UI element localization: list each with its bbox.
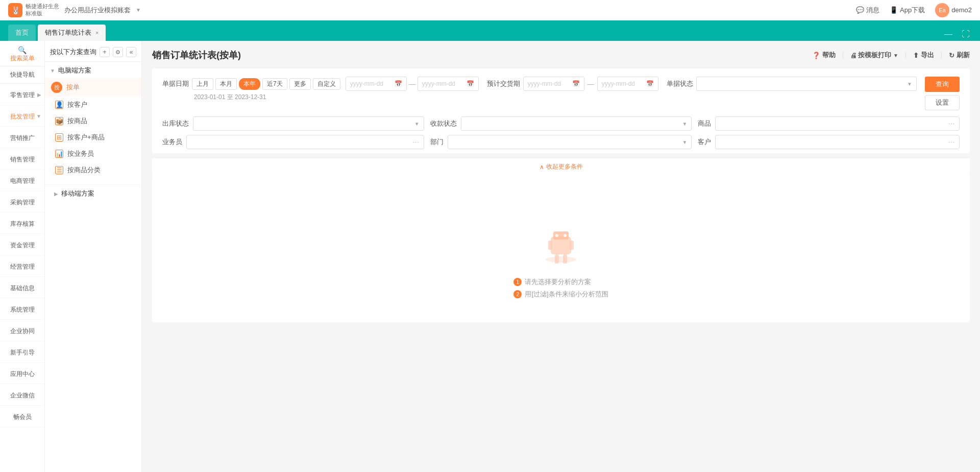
scheme-group-pc: ▼ 电脑端方案 按 按单 👤 按客户 📦 按商品: [45, 62, 141, 181]
pc-group-label: 电脑端方案: [58, 66, 91, 75]
payment-arrow-icon: ▼: [682, 121, 687, 127]
logo-area: 🐰 畅捷通好生意 标准版: [8, 3, 59, 17]
sidebar-item-marketing[interactable]: 营销推广: [0, 127, 44, 148]
svg-rect-6: [570, 241, 574, 250]
collapse-panel-button[interactable]: «: [126, 47, 136, 57]
sidebar-item-apps[interactable]: 应用中心: [0, 363, 44, 384]
date-separator: —: [409, 80, 415, 88]
pc-group-arrow-icon: ▼: [50, 68, 55, 74]
scheme-item-by-product-category[interactable]: ☰ 按商品分类: [45, 162, 141, 178]
sidebar-item-newbie[interactable]: 新手引导: [0, 341, 44, 363]
date-start-input[interactable]: yyyy-mm-dd 📅: [346, 77, 407, 91]
message-icon: 💬: [856, 6, 864, 14]
sidebar-item-wechat[interactable]: 企业微信: [0, 384, 44, 406]
app-title: 办公用品行业模拟账套: [64, 6, 131, 15]
filter-row-3: 业务员 ··· 部门 ▼ 客户: [162, 135, 960, 149]
tab-minimize-icon[interactable]: —: [942, 28, 954, 41]
by-product-icon: 📦: [55, 117, 63, 125]
by-customer-label: 按客户: [67, 100, 87, 109]
sidebar-item-basic[interactable]: 基础信息: [0, 277, 44, 298]
print-dropdown-icon: ▼: [893, 53, 898, 58]
scheme-item-by-product[interactable]: 📦 按商品: [45, 113, 141, 129]
collapse-up-icon: ∧: [540, 163, 544, 171]
salesperson-input[interactable]: ···: [186, 135, 424, 149]
date-label: 单据日期: [162, 79, 189, 88]
app-title-dropdown-icon[interactable]: ▼: [136, 7, 141, 13]
reset-button[interactable]: 设置: [925, 95, 960, 110]
retail-arrow-icon: ▶: [37, 91, 41, 97]
scheme-item-by-order[interactable]: 按 按单: [45, 78, 141, 97]
sidebar-item-ecommerce[interactable]: 电商管理: [0, 170, 44, 191]
svg-rect-8: [563, 254, 567, 264]
department-select[interactable]: ▼: [448, 135, 692, 149]
delivery-arrow-icon: ▼: [414, 121, 420, 127]
help-button[interactable]: ❓ 帮助: [812, 51, 836, 60]
sidebar-item-operation[interactable]: 经营管理: [0, 255, 44, 277]
scheme-item-by-customer[interactable]: 👤 按客户: [45, 97, 141, 113]
by-cp-icon: ⊞: [55, 133, 63, 141]
tab-sales-label: 销售订单统计表: [45, 28, 91, 37]
scheme-item-by-salesperson[interactable]: 📊 按业务员: [45, 146, 141, 162]
add-scheme-button[interactable]: +: [100, 47, 110, 57]
delivery-status-select[interactable]: ▼: [193, 116, 424, 131]
sidebar-item-retail[interactable]: 零售管理 ▶: [0, 84, 44, 105]
date-this-month-btn[interactable]: 本月: [215, 78, 237, 90]
edit-scheme-button[interactable]: ⚙: [113, 47, 123, 57]
date-this-year-btn[interactable]: 本年: [239, 78, 260, 90]
tab-home[interactable]: 首页: [8, 25, 36, 41]
collapse-bar[interactable]: ∧ 收起更多条件: [152, 158, 970, 175]
tab-sales-order-stats[interactable]: 销售订单统计表 ×: [38, 25, 106, 41]
scheme-item-by-customer-product[interactable]: ⊞ 按客户+商品: [45, 129, 141, 146]
filter-row-2: 出库状态 ▼ 收款状态 ▼ 商品: [162, 116, 960, 131]
user-area[interactable]: Ea demo2: [935, 3, 972, 17]
tab-close-icon[interactable]: ×: [95, 30, 99, 36]
main-panel: 销售订单统计表(按单) ❓ 帮助 🖨 按模板打印 ▼ ⬆: [142, 41, 980, 472]
sidebar-item-finance[interactable]: 资金管理: [0, 234, 44, 255]
export-button[interactable]: ⬆ 导出: [913, 51, 934, 60]
date-quick-btns: 上月 本月 本年 近7天 更多 自定义: [192, 78, 340, 90]
search-button[interactable]: 查询: [925, 77, 960, 92]
scheme-group-mobile-header[interactable]: ▶ 移动端方案: [49, 185, 141, 201]
date-start-calendar-icon: 📅: [395, 80, 402, 87]
payment-status-select[interactable]: ▼: [461, 116, 692, 131]
sidebar-quick-nav[interactable]: 快捷导航: [0, 66, 44, 84]
page-actions: ❓ 帮助 🖨 按模板打印 ▼ ⬆ 导出: [812, 51, 970, 60]
filter-btn-group: 查询 设置: [925, 77, 960, 110]
date-end-input[interactable]: yyyy-mm-dd 📅: [418, 77, 479, 91]
expected-date-start-input[interactable]: yyyy-mm-dd 📅: [523, 77, 584, 91]
action-divider-3: [941, 52, 942, 59]
refresh-button[interactable]: ↻ 刷新: [949, 51, 970, 60]
by-customer-icon: 👤: [55, 101, 63, 109]
date-last-7days-btn[interactable]: 近7天: [262, 78, 287, 90]
by-cp-label: 按客户+商品: [67, 133, 105, 142]
customer-input[interactable]: ···: [715, 135, 960, 149]
print-template-button[interactable]: 🖨 按模板打印 ▼: [850, 51, 898, 60]
sidebar-search[interactable]: 🔍 搜索菜单: [0, 41, 44, 66]
date-custom-btn[interactable]: 自定义: [313, 78, 340, 90]
expected-date-end-input[interactable]: yyyy-mm-dd 📅: [597, 77, 658, 91]
date-last-month-btn[interactable]: 上月: [192, 78, 213, 90]
scheme-group-pc-header[interactable]: ▼ 电脑端方案: [45, 62, 141, 78]
sidebar-item-enterprise[interactable]: 企业协同: [0, 320, 44, 341]
by-salesperson-label: 按业务员: [67, 149, 94, 158]
date-filter-row: 单据日期 上月 本月 本年 近7天 更多 自定义: [162, 77, 479, 91]
top-bar-left: 🐰 畅捷通好生意 标准版 办公用品行业模拟账套 ▼: [8, 3, 141, 17]
department-label: 部门: [430, 137, 444, 147]
sidebar-item-inventory[interactable]: 库存核算: [0, 213, 44, 234]
app-download-button[interactable]: 📱 App下载: [890, 6, 925, 15]
sidebar-item-member[interactable]: 畅会员: [0, 406, 44, 427]
sidebar-item-purchase[interactable]: 采购管理: [0, 191, 44, 213]
sidebar-item-wholesale[interactable]: 批发管理 ▼: [0, 105, 44, 127]
date-more-btn[interactable]: 更多: [289, 78, 311, 90]
bill-status-select[interactable]: ▼: [696, 77, 917, 91]
action-divider-2: [905, 52, 906, 59]
expected-date-filter: 预计交货期 yyyy-mm-dd 📅 — yyyy-mm-dd 📅: [487, 77, 658, 91]
sidebar-item-sales[interactable]: 销售管理: [0, 148, 44, 170]
sidebar-item-system[interactable]: 系统管理: [0, 298, 44, 320]
customer-label: 客户: [698, 137, 711, 147]
left-panel-icons: + ⚙ «: [100, 47, 136, 57]
expected-date-sep: —: [587, 80, 594, 88]
product-input[interactable]: ···: [715, 116, 960, 131]
message-button[interactable]: 💬 消息: [856, 6, 879, 15]
tab-maximize-icon[interactable]: ⛶: [960, 28, 972, 41]
